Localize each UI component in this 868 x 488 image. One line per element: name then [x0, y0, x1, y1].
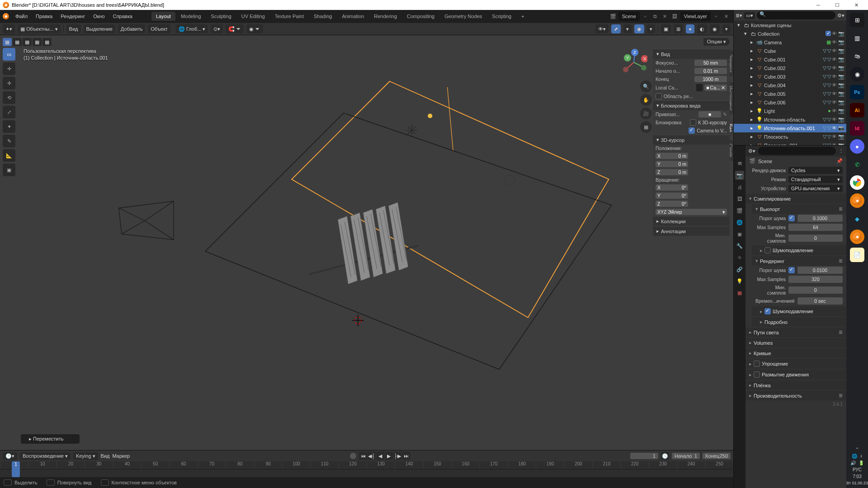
- clip-start-field[interactable]: 0.01 m: [694, 68, 727, 74]
- taskbar-illustrator-icon[interactable]: Ai: [850, 103, 864, 117]
- menu-render[interactable]: Рендеринг: [57, 12, 89, 21]
- outliner-item[interactable]: ▸💡Источник-область▽ ▽ 👁 📷: [734, 115, 846, 124]
- viewport-sampling-header[interactable]: ▾Вьюпорт≣: [752, 204, 846, 214]
- vp-max-samples-field[interactable]: 64: [788, 224, 843, 231]
- properties-editor-type[interactable]: ⚙▾: [748, 148, 755, 154]
- workspace-tab-rendering[interactable]: Rendering: [369, 12, 401, 21]
- scene-copy-icon[interactable]: ⧉: [651, 12, 660, 21]
- outliner-item[interactable]: ▸💡Light● 👁 📷: [734, 107, 846, 115]
- tray-expand-icon[interactable]: ⌃: [855, 447, 859, 452]
- render-denoise-header[interactable]: ▸ Шумоподавление: [752, 306, 846, 316]
- scene-browse-icon[interactable]: 🎬: [609, 12, 618, 21]
- outliner-item[interactable]: ▸▽Cube.005▽ ▽ 👁 📷: [734, 89, 846, 98]
- lock-3dcursor-checkbox[interactable]: [690, 119, 696, 126]
- render-sampling-header[interactable]: ▾Рендеринг≣: [752, 256, 846, 266]
- menu-file[interactable]: Файл: [12, 12, 31, 21]
- outliner-item[interactable]: ▸▽Cube.002▽ ▽ 👁 📷: [734, 64, 846, 72]
- taskbar-photoshop-icon[interactable]: Ps: [850, 85, 864, 99]
- workspace-tab-scripting[interactable]: Scripting: [487, 12, 516, 21]
- workspace-tab-uv[interactable]: UV Editing: [237, 12, 269, 21]
- workspace-tab-animation[interactable]: Animation: [337, 12, 368, 21]
- navigation-gizmo[interactable]: X Y Z: [620, 49, 647, 76]
- header-view-menu[interactable]: Вид: [66, 24, 81, 33]
- interaction-mode-dropdown[interactable]: ▦ Объектны... ▾: [18, 24, 61, 33]
- npanel-annotations-header[interactable]: ▸ Аннотации: [653, 226, 730, 236]
- outliner-item[interactable]: ▸💡Источник-область.001▽ ▽ 👁 📷: [734, 124, 846, 132]
- zoom-button[interactable]: 🔍: [640, 80, 652, 92]
- workspace-add-button[interactable]: +: [517, 12, 528, 21]
- performance-header[interactable]: ▸Производительность≣: [745, 391, 846, 400]
- prop-tab-world[interactable]: 🌐: [735, 218, 744, 227]
- pan-button[interactable]: ✋: [640, 94, 652, 106]
- timeline-editor-type[interactable]: 🕒▾: [3, 452, 17, 460]
- orientation-dropdown[interactable]: 🌐 Глоб... ▾: [176, 24, 208, 33]
- viewlayer-browse-icon[interactable]: 🖼: [670, 12, 679, 21]
- taskbar-notes-icon[interactable]: 📄: [850, 248, 864, 262]
- outliner-item[interactable]: ▸▽Плоскость.001▽ ▽ 👁 📷: [734, 141, 846, 145]
- options-dropdown[interactable]: Опции ▾: [703, 38, 730, 46]
- cursor-rotmode-dropdown[interactable]: XYZ Эйлер▾: [656, 209, 727, 215]
- preview-range-toggle[interactable]: 🕓: [661, 452, 669, 460]
- vp-noise-checkbox[interactable]: [788, 215, 795, 221]
- shading-solid[interactable]: ●: [686, 24, 694, 33]
- cursor-loc-x[interactable]: X0 m: [656, 153, 688, 159]
- proportional-dropdown[interactable]: ◉ ⏷: [246, 24, 263, 33]
- snap-dropdown[interactable]: 🧲 ⏷: [226, 24, 244, 33]
- render-region-checkbox[interactable]: [656, 93, 662, 99]
- taskbar-store-icon[interactable]: 🛍: [850, 49, 864, 63]
- overlay-toggle[interactable]: ◉: [634, 24, 644, 33]
- taskbar-steam-icon[interactable]: ◉: [850, 67, 864, 81]
- lock-to-object-field[interactable]: ■: [698, 111, 721, 117]
- workspace-tab-shading[interactable]: Shading: [309, 12, 336, 21]
- npanel-collections-header[interactable]: ▸ Коллекции: [653, 216, 730, 226]
- shading-material[interactable]: ◐: [697, 24, 707, 33]
- workspace-tab-compositing[interactable]: Compositing: [402, 12, 439, 21]
- tray-volume-icon[interactable]: 🔊: [850, 460, 856, 465]
- render-noise-checkbox[interactable]: [788, 267, 795, 273]
- editor-type-dropdown[interactable]: ✦▾: [3, 24, 15, 33]
- tray-language[interactable]: РУС: [853, 467, 862, 472]
- window-close-button[interactable]: ✕: [847, 0, 865, 10]
- taskbar-blender-icon[interactable]: [850, 193, 864, 208]
- tray-battery-icon[interactable]: 🔋: [859, 460, 864, 465]
- taskbar-widgets-icon[interactable]: ▥: [850, 31, 864, 45]
- viewlayer-delete-icon[interactable]: ✕: [722, 12, 731, 21]
- keyframe-prev-button[interactable]: ◀┤: [368, 452, 376, 460]
- outliner-item[interactable]: ▸▽Cube▽ ▽ 👁 📷: [734, 47, 846, 55]
- cursor-loc-z[interactable]: Z0 m: [656, 169, 688, 175]
- outliner-item[interactable]: ▸▽Cube.006▽ ▽ 👁 📷: [734, 98, 846, 107]
- perspective-toggle-button[interactable]: ▦: [640, 121, 652, 133]
- time-limit-field[interactable]: 0 sec: [797, 297, 843, 305]
- timeline-keying-menu[interactable]: Keying ▾: [73, 452, 98, 460]
- tray-date[interactable]: Вт 01.08.23: [846, 481, 868, 485]
- prop-tab-tool[interactable]: 🛠: [735, 159, 744, 168]
- prop-tab-scene[interactable]: 🎬: [735, 206, 744, 215]
- lightpaths-header[interactable]: ▸Пути света≣: [745, 328, 846, 337]
- outliner-item[interactable]: ▸📹Camera▦ 👁 📷: [734, 38, 846, 47]
- header-select-menu[interactable]: Выделение: [84, 24, 115, 33]
- xray-toggle[interactable]: ▣: [661, 24, 671, 33]
- outliner-editor-type[interactable]: ≣▾: [736, 13, 742, 19]
- viewlayer-name-field[interactable]: ViewLayer: [680, 12, 711, 21]
- vp-min-samples-field[interactable]: 0: [788, 235, 843, 242]
- prop-tab-constraints[interactable]: 🔗: [735, 265, 744, 274]
- clip-end-field[interactable]: 1000 m: [694, 76, 727, 82]
- camera-view-button[interactable]: 🎥: [640, 108, 652, 119]
- taskbar-app-icon[interactable]: ◆: [850, 211, 864, 226]
- tray-time[interactable]: 7:03: [853, 474, 861, 479]
- window-maximize-button[interactable]: ☐: [828, 0, 846, 10]
- start-frame-field[interactable]: Начало1: [672, 453, 700, 459]
- lock-camera-to-view-checkbox[interactable]: [689, 127, 695, 134]
- timeline-playhead[interactable]: 1: [12, 461, 20, 477]
- workspace-tab-texture[interactable]: Texture Paint: [270, 12, 308, 21]
- cursor-rot-z[interactable]: Z0°: [656, 201, 688, 207]
- render-noise-field[interactable]: 0.0100: [797, 267, 843, 274]
- outliner-scene-collection[interactable]: ▾🗀Коллекция сцены: [734, 21, 846, 29]
- advanced-header[interactable]: ▸Подробно: [752, 317, 846, 327]
- taskbar-discord-icon[interactable]: ●: [850, 139, 864, 154]
- menu-help[interactable]: Справка: [109, 12, 136, 21]
- shading-rendered[interactable]: ◉: [710, 24, 720, 33]
- workspace-tab-sculpting[interactable]: Sculpting: [207, 12, 236, 21]
- current-frame-field[interactable]: 1: [630, 453, 658, 459]
- timeline-playback-menu[interactable]: Воспроизведение ▾: [20, 452, 71, 460]
